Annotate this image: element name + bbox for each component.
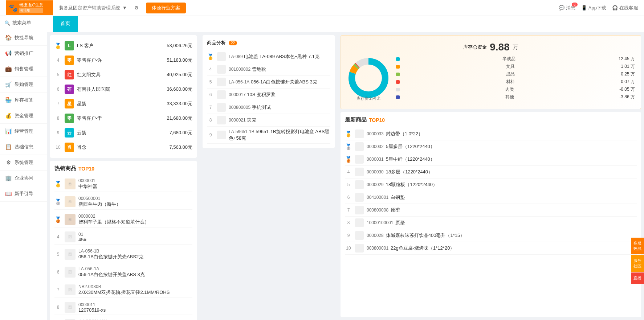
sidebar-item-sales[interactable]: 💼 销售管理 [0,61,47,77]
customer-amount: 7,680.00元 [169,130,192,136]
community-label2: 社区 [633,263,642,269]
new-product-image [355,206,364,214]
trial-button[interactable]: 体验行业方案 [146,3,186,13]
customer-rank-item: 6 苍 苍南县人民医院 36,600.00元 [54,83,192,95]
product-name: 12070519-xs [78,307,106,313]
inventory-item-image [217,116,226,124]
new-product-code: 0000028 [367,233,384,238]
inventory-item: 9 LA-59651-1B 59651-1B旋转投影灯电池盒 ABS黑色+58克 [207,127,330,144]
sidebar-label-inventory: 库存核算 [15,97,33,103]
chart-icon: 📊 [5,128,12,135]
briefcase-icon: 💼 [5,66,12,72]
sidebar-item-guide[interactable]: 📖 新手引导 [0,186,47,202]
legend-dot [396,73,400,76]
money-icon: 💰 [5,112,12,119]
sidebar-label-quick-nav: 快捷导航 [15,34,33,41]
new-product-name: 原垄 [391,207,400,213]
legend-item-chengpin: 成品 0.25 万 [396,71,635,77]
sidebar-item-inventory[interactable]: 🏪 库存核算 [0,93,47,108]
sidebar-label-operations: 经营管理 [15,128,33,135]
sidebar-item-system[interactable]: ⚙ 系统管理 [0,155,47,171]
customer-name: 苍南县人民医院 [77,86,164,93]
new-product-code: 004100001 [367,195,388,200]
customer-rank-item: 9 云 云扬 7,680.00元 [54,127,192,139]
medal-icon: 🥇 [207,53,214,60]
sidebar-item-quick-nav[interactable]: 🏠 快捷导航 [0,30,47,46]
community-button[interactable]: 服务 社区 [631,255,644,272]
legend-dot [396,80,400,84]
product-image: 图 [65,179,76,189]
sidebar-item-operations[interactable]: 📊 经营管理 [0,124,47,139]
inventory-total-card: 库存总资金 9.88 万 [341,35,641,109]
new-product-name: 白钢垫 [391,194,405,201]
sidebar-label-basic-info: 基础信息 [15,144,33,150]
product-item: 4 图 01 45# [54,230,192,245]
inventory-name: 056-1A白色按键开关盖ABS 3克 [251,79,317,85]
new-product-name: 22g鱼豆腐-烧烤味（1*12*20） [391,245,455,251]
new-product-code: 10000100001 [367,220,393,225]
product-code: 0000011 [78,302,106,307]
product-item: 5 图 LA-056-1B 056-1B白色按键开关壳ABS2克 [54,247,192,262]
customer-amount: 51,183.00元 [167,57,192,63]
system-select[interactable]: 装备及固定资产辅助管理系统 ▼ [59,5,127,11]
headset-icon: 🎧 [612,5,618,11]
message-button[interactable]: 💬 消息 6 [559,5,575,11]
chart-legend: 半成品 12.45 万 文具 1.01 万 成品 0 [396,56,635,100]
new-products-card: 最新商品 TOP10 🥇 0000033 封边带（1.0*22） [341,112,641,317]
header-right: 💬 消息 6 📱 App下载 🎧 在线客服 [559,5,638,11]
live-button[interactable]: 直播 [631,272,644,284]
medal-icon: 🥇 [345,131,352,138]
legend-name: 肉类 [402,86,617,93]
customer-service-button[interactable]: 客服 热线 [631,238,644,254]
rank-number: 5 [207,79,214,85]
sidebar-item-purchase[interactable]: 🛒 采购管理 [0,77,47,93]
online-service-button[interactable]: 🎧 在线客服 [612,5,638,11]
new-product-item: 🥈 0000032 5厘多层（1220*2440） [345,140,637,153]
sidebar-search-section: 🔍 搜索菜单 [0,16,47,30]
new-product-info: 004100001 白钢垫 [367,194,637,201]
hot-products-label: 热销商品 [54,165,76,172]
customer-avatar: L [65,41,74,50]
new-product-image [355,193,364,202]
new-product-info: 000800008 原垄 [367,207,637,213]
hot-products-list: 🥇 图 0000001 中华神器 🥈 [54,176,192,320]
gear-button[interactable]: ⚙ [131,3,142,13]
inventory-analysis-label: 商品分析 [207,40,226,46]
inventory-code: 0000021 [229,118,246,123]
rank-number: 7 [207,105,214,110]
search-menu-button[interactable]: 🔍 搜索菜单 [4,20,42,26]
customer-name: 肖念 [77,144,166,151]
customer-avatar: 零 [65,56,74,65]
hot-products-top: TOP10 [78,166,94,172]
customer-avatar: 肖 [65,143,74,152]
inventory-code: LA-59651-1B [229,129,254,134]
new-product-item: 10 003800001 22g鱼豆腐-烧烤味（1*12*20） [345,242,637,255]
medal-gold-icon: 🥇 [54,42,62,49]
new-product-name: 原垄 [395,220,405,226]
app-download-button[interactable]: 📱 App下载 [581,5,606,11]
logo-text: 畅捷通好生意 [19,3,43,7]
sidebar-item-marketing[interactable]: 📢 营销推广 [0,46,47,61]
sidebar-item-enterprise[interactable]: 🏢 企业协同 [0,171,47,186]
customer-amount: 36,600.00元 [167,86,192,93]
legend-item-bancpengpin: 半成品 12.45 万 [396,56,635,62]
customer-amount: 53,006.26元 [167,42,192,49]
rank-number: 4 [345,169,352,175]
rank-number: 9 [207,132,214,138]
product-info: 000500001 新西兰牛肉（新牛） [78,196,121,208]
rank-number: 8 [207,118,214,123]
rank-number: 10 [345,246,352,251]
sidebar-item-basic-info[interactable]: 📋 基础信息 [0,139,47,155]
sidebar-item-finance[interactable]: 💰 资金管理 [0,108,47,124]
inventory-code: 0000017 [229,92,246,97]
inventory-item-image [217,52,226,61]
rank-number: 6 [207,92,214,97]
inventory-item: 6 0000017 10S 变积罗浆 [207,89,330,101]
sidebar: 🔍 搜索菜单 🏠 快捷导航 📢 营销推广 💼 销售管理 🛒 采购管理 🏪 库存核… [0,16,47,320]
new-product-info: 0000031 5厘中纤（1220*2440） [367,156,637,163]
legend-dot [396,57,400,61]
store-icon: 🏪 [5,97,12,103]
inventory-analysis-count: 22 [229,41,237,45]
new-product-name: 体碱嘉枝味苏打饮品400毫升（1*15） [386,232,465,239]
tab-home[interactable]: 首页 [53,16,78,32]
